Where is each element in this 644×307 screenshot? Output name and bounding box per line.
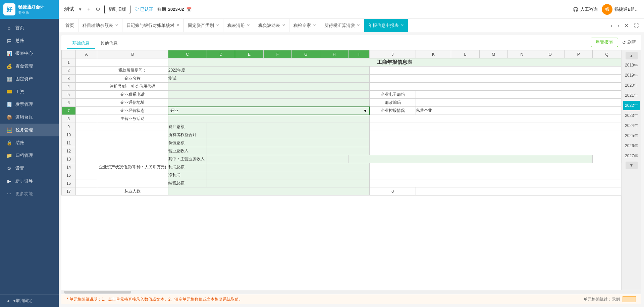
col-header-c[interactable]: C (168, 50, 207, 58)
year-item-2025[interactable]: 2025年 (623, 131, 640, 140)
col-header-h[interactable]: H (320, 50, 348, 58)
tab-aux-balance[interactable]: 科目辅助余额表 ✕ (78, 19, 122, 32)
h-scroll-thumb[interactable] (64, 291, 131, 294)
tab-income-tax[interactable]: 所得税汇算清缴 ✕ (320, 19, 364, 32)
cell-4b[interactable]: 注册号/统一社会信用代码 (97, 83, 168, 91)
cell-17j[interactable]: 0 (370, 187, 416, 195)
col-header-d[interactable]: D (207, 50, 235, 58)
cell-15c[interactable]: 净利润 (168, 171, 207, 179)
cell-4j[interactable] (370, 83, 621, 91)
cell-15d[interactable] (207, 171, 370, 179)
cell-13a[interactable] (76, 155, 97, 163)
sidebar-item-funds[interactable]: 💰 资金管理 (0, 60, 59, 73)
year-item-2022[interactable]: 2022年 (623, 101, 640, 110)
cell-5a[interactable] (76, 91, 97, 99)
sub-tab-other[interactable]: 其他信息 (95, 38, 123, 49)
user-profile-btn[interactable]: 畅 畅捷通B组... (602, 4, 639, 15)
sub-tab-basic[interactable]: 基础信息 (67, 38, 95, 49)
cell-11c[interactable]: 负债总额 (168, 139, 207, 147)
sidebar-item-home[interactable]: ⌂ 首页 (0, 21, 59, 34)
cell-5c[interactable] (168, 91, 370, 99)
cell-10a[interactable] (76, 131, 97, 139)
tab-close-tax-expert[interactable]: ✕ (313, 23, 316, 28)
tab-fixed-asset-type[interactable]: 固定资产类别 ✕ (184, 19, 223, 32)
topbar-add-btn[interactable]: ＋ (86, 6, 92, 13)
tab-close-all-btn[interactable]: ✕ (622, 23, 631, 28)
cell-17c[interactable] (168, 187, 370, 195)
year-item-2023[interactable]: 2023年 (623, 111, 640, 120)
tab-close-income-tax[interactable]: ✕ (357, 23, 360, 28)
cell-6c[interactable] (168, 99, 370, 107)
col-header-l[interactable]: L (451, 50, 479, 58)
cell-13e[interactable] (207, 155, 348, 163)
cell-3c[interactable]: 测试 (168, 75, 370, 83)
sidebar-item-reports[interactable]: 📊 报表中心 (0, 47, 59, 60)
topbar-dropdown-btn[interactable]: ▼ (78, 7, 82, 12)
cell-2j[interactable] (370, 67, 621, 75)
cell-1-title[interactable]: 工商年报信息表 (168, 58, 621, 67)
year-item-2020[interactable]: 2020年 (623, 81, 640, 90)
sidebar-item-archive[interactable]: 📁 归档管理 (0, 149, 59, 162)
reset-report-button[interactable]: 重置报表 (591, 38, 618, 47)
cell-2b[interactable]: 税款所属期间： (97, 67, 168, 75)
cell-11d[interactable] (207, 139, 370, 147)
col-header-p[interactable]: P (565, 50, 593, 58)
tab-close-aux-balance[interactable]: ✕ (115, 23, 118, 28)
cell-9j[interactable] (370, 123, 621, 131)
cell-16j[interactable] (370, 179, 621, 187)
cell-8a[interactable] (76, 115, 97, 123)
cell-2c[interactable]: 2022年度 (168, 67, 370, 75)
cell-2a[interactable] (76, 67, 97, 75)
cell-17a[interactable] (76, 187, 97, 195)
cell-14c[interactable]: 利润总额 (168, 163, 207, 171)
col-header-i[interactable]: I (348, 50, 370, 58)
sidebar-item-more[interactable]: ⋯ 更多功能 (0, 187, 59, 200)
cell-9d[interactable] (207, 123, 370, 131)
cell-8j[interactable] (370, 115, 621, 123)
year-item-2026[interactable]: 2026年 (623, 141, 640, 150)
col-header-j[interactable]: J (370, 50, 416, 58)
tab-close-bank-reconcile[interactable]: ✕ (176, 23, 179, 28)
cell-1b[interactable] (97, 58, 168, 67)
cell-11b[interactable] (97, 139, 168, 147)
cell-3j[interactable] (370, 75, 621, 83)
cell-8b[interactable]: 主营业务活动 (97, 115, 168, 123)
cell-16d[interactable] (207, 179, 370, 187)
calendar-icon[interactable]: 📅 (186, 7, 192, 12)
cell-3b[interactable]: 企业名称 (97, 75, 168, 83)
cell-12c[interactable]: 营业总收入 (168, 147, 207, 155)
customer-service-btn[interactable]: 🎧 人工咨询 (573, 6, 598, 12)
sidebar-collapse-btn[interactable]: ◄ ◄取消固定 (0, 294, 59, 307)
tab-annual-report[interactable]: 年报信息申报表 ✕ (364, 19, 408, 32)
cell-10j[interactable] (370, 131, 621, 139)
year-scroll-down-btn[interactable]: ▼ (626, 162, 638, 169)
col-header-f[interactable]: F (263, 50, 291, 58)
cell-14a[interactable] (76, 163, 97, 171)
refresh-button[interactable]: ↺ 刷新 (622, 39, 636, 45)
cell-17k[interactable] (416, 187, 621, 195)
sidebar-item-closing[interactable]: 🔒 结账 (0, 136, 59, 149)
cell-7k[interactable]: 私营企业 (416, 107, 621, 115)
col-header-e[interactable]: E (235, 50, 263, 58)
cell-1a[interactable] (76, 58, 97, 67)
col-header-k[interactable]: K (416, 50, 451, 58)
old-version-button[interactable]: 切到旧版 (104, 5, 130, 14)
cell-6k[interactable] (416, 99, 621, 107)
cell-10c[interactable]: 所有者权益合计 (168, 131, 207, 139)
cell-6a[interactable] (76, 99, 97, 107)
cell-8c[interactable] (168, 115, 370, 123)
cell-5j[interactable]: 企业电子邮箱 (370, 91, 416, 99)
cell-12d[interactable] (207, 147, 370, 155)
year-item-2019[interactable]: 2019年 (623, 71, 640, 80)
tab-tax-fluctuation[interactable]: 税负波动表 ✕ (254, 19, 289, 32)
cell-9b[interactable] (97, 123, 168, 131)
cell-10b[interactable] (97, 131, 168, 139)
tab-home[interactable]: 首页 (61, 19, 78, 32)
sidebar-item-assets[interactable]: 🏢 固定资产 (0, 73, 59, 85)
sidebar-item-settings[interactable]: ⚙ 设置 (0, 162, 59, 175)
cell-6b[interactable]: 企业通信地址 (97, 99, 168, 107)
cell-12a[interactable] (76, 147, 97, 155)
cell-15a[interactable] (76, 171, 97, 179)
col-header-b[interactable]: B (97, 50, 168, 58)
cell-7j[interactable]: 企业控股情况 (370, 107, 416, 115)
